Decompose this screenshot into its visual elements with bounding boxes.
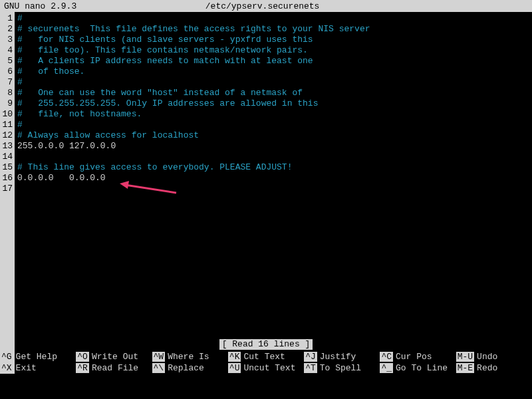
code-line[interactable]: # Always allow access for localhost bbox=[17, 130, 532, 141]
shortcut-label: Uncut Text bbox=[243, 363, 295, 373]
shortcut-item[interactable]: ^\Replace bbox=[152, 363, 228, 373]
file-path: /etc/ypserv.securenets bbox=[76, 1, 448, 11]
line-number: 10 bbox=[0, 109, 15, 120]
shortcut-label: Read File bbox=[92, 363, 138, 373]
shortcut-label: Where Is bbox=[168, 352, 209, 362]
shortcut-label: Get Help bbox=[16, 352, 57, 362]
line-number: 17 bbox=[0, 184, 15, 194]
shortcut-item[interactable]: ^TTo Spell bbox=[304, 363, 380, 373]
shortcut-key: M-E bbox=[456, 363, 474, 373]
line-number: 7 bbox=[0, 77, 15, 88]
code-line[interactable]: # bbox=[17, 77, 532, 88]
shortcut-key: ^_ bbox=[380, 363, 393, 373]
code-line[interactable]: 0.0.0.0 0.0.0.0 bbox=[17, 173, 532, 184]
shortcut-key: ^G bbox=[0, 352, 13, 362]
line-number: 4 bbox=[0, 45, 15, 56]
code-line[interactable]: 255.0.0.0 127.0.0.0 bbox=[17, 141, 532, 152]
shortcut-label: Exit bbox=[16, 363, 37, 373]
code-line[interactable]: # file, not hostnames. bbox=[17, 109, 532, 120]
shortcut-label: Replace bbox=[168, 363, 204, 373]
shortcut-key: M-U bbox=[456, 352, 474, 362]
shortcut-item[interactable]: ^CCur Pos bbox=[380, 352, 456, 362]
line-number: 1 bbox=[0, 13, 15, 24]
shortcut-key: ^O bbox=[76, 352, 89, 362]
shortcut-item[interactable]: ^OWrite Out bbox=[76, 352, 152, 362]
shortcut-key: ^U bbox=[228, 363, 241, 373]
shortcut-label: Justify bbox=[320, 352, 356, 362]
editor-area[interactable]: 1234567891011121314151617 ## securenets … bbox=[0, 12, 532, 374]
shortcut-item[interactable]: ^JJustify bbox=[304, 352, 380, 362]
shortcut-key: ^R bbox=[76, 363, 89, 373]
shortcut-key: ^C bbox=[380, 352, 393, 362]
code-line[interactable]: # bbox=[17, 120, 532, 130]
shortcut-key: ^J bbox=[304, 352, 317, 362]
shortcut-label: Redo bbox=[477, 363, 497, 373]
shortcut-key: ^W bbox=[152, 352, 166, 362]
shortcut-item[interactable]: ^UUncut Text bbox=[228, 363, 304, 373]
file-content[interactable]: ## securenets This file defines the acce… bbox=[15, 12, 532, 374]
shortcut-label: Undo bbox=[477, 352, 497, 362]
title-bar: GNU nano 2.9.3 /etc/ypserv.securenets bbox=[0, 0, 532, 12]
shortcut-item[interactable]: M-ERedo bbox=[456, 363, 532, 373]
line-number: 12 bbox=[0, 130, 15, 141]
code-line[interactable]: # bbox=[17, 13, 532, 24]
line-number: 6 bbox=[0, 66, 15, 77]
line-number: 3 bbox=[0, 35, 15, 45]
shortcut-key: ^X bbox=[0, 363, 13, 373]
status-bar: [ Read 16 lines ] bbox=[0, 339, 532, 350]
code-line[interactable]: # securenets This file defines the acces… bbox=[17, 24, 532, 35]
shortcut-bar: ^GGet Help^OWrite Out^WWhere Is^KCut Tex… bbox=[0, 351, 532, 374]
code-line[interactable]: # of those. bbox=[17, 66, 532, 77]
code-line[interactable]: # file too). This file contains netmask/… bbox=[17, 45, 532, 56]
line-number: 16 bbox=[0, 173, 15, 184]
shortcut-item[interactable]: ^WWhere Is bbox=[152, 352, 228, 362]
shortcut-item[interactable]: ^RRead File bbox=[76, 363, 152, 373]
line-number: 11 bbox=[0, 120, 15, 130]
status-text: [ Read 16 lines ] bbox=[219, 339, 313, 350]
shortcut-label: Cut Text bbox=[243, 352, 285, 362]
shortcut-item[interactable]: M-UUndo bbox=[456, 352, 532, 362]
shortcut-label: Cur Pos bbox=[396, 352, 432, 362]
line-number: 15 bbox=[0, 162, 15, 173]
app-name: GNU nano 2.9.3 bbox=[4, 1, 76, 11]
shortcut-key: ^\ bbox=[152, 363, 166, 373]
line-number: 8 bbox=[0, 88, 15, 98]
line-number: 14 bbox=[0, 152, 15, 162]
shortcut-item[interactable]: ^GGet Help bbox=[0, 352, 76, 362]
shortcut-item[interactable]: ^KCut Text bbox=[228, 352, 304, 362]
shortcut-label: Go To Line bbox=[396, 363, 448, 373]
line-number: 2 bbox=[0, 24, 15, 35]
code-line[interactable]: # 255.255.255.255. Only IP addresses are… bbox=[17, 98, 532, 109]
code-line[interactable] bbox=[17, 152, 532, 162]
line-number: 13 bbox=[0, 141, 15, 152]
shortcut-label: To Spell bbox=[320, 363, 361, 373]
code-line[interactable]: # This line gives access to everybody. P… bbox=[17, 162, 532, 173]
line-number: 5 bbox=[0, 56, 15, 66]
line-number: 9 bbox=[0, 98, 15, 109]
code-line[interactable] bbox=[17, 184, 532, 194]
shortcut-key: ^T bbox=[304, 363, 317, 373]
code-line[interactable]: # A clients IP address needs to match wi… bbox=[17, 56, 532, 66]
code-line[interactable]: # One can use the word "host" instead of… bbox=[17, 88, 532, 98]
shortcut-item[interactable]: ^_Go To Line bbox=[380, 363, 456, 373]
shortcut-label: Write Out bbox=[92, 352, 138, 362]
shortcut-item[interactable]: ^XExit bbox=[0, 363, 76, 373]
line-number-gutter: 1234567891011121314151617 bbox=[0, 12, 15, 374]
shortcut-key: ^K bbox=[228, 352, 241, 362]
code-line[interactable]: # for NIS clients (and slave servers - y… bbox=[17, 35, 532, 45]
